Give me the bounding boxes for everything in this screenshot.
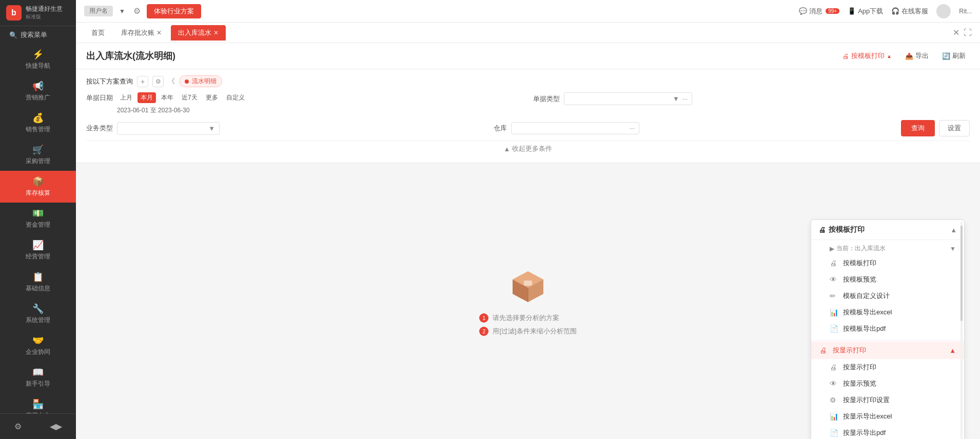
sidebar-item-inventory[interactable]: 📦 库存核算 [0, 171, 76, 203]
guide-icon: 📖 [32, 367, 44, 378]
date-btn-7days[interactable]: 近7天 [179, 92, 201, 103]
sidebar-item-quick-nav[interactable]: ⚡ 快捷导航 [0, 44, 76, 75]
dropdown-item-template-design[interactable]: ✏ 模板自定义设计 [811, 288, 964, 304]
message-btn[interactable]: 💬 消息 99+ [799, 7, 839, 16]
sidebar-search-menu[interactable]: 🔍 搜索菜单 [0, 26, 76, 44]
sidebar-item-enterprise[interactable]: 🤝 企业协同 [0, 330, 76, 362]
date-btn-current-month[interactable]: 本月 [138, 92, 156, 103]
dropdown-item-display-print[interactable]: 🖨 按显示打印 [811, 359, 964, 375]
marketing-icon: 📢 [32, 81, 44, 92]
date-btn-last-month[interactable]: 上月 [117, 92, 135, 103]
sidebar-item-purchase[interactable]: 🛒 采购管理 [0, 139, 76, 171]
dropdown-chevron-up-icon[interactable]: ▲ [950, 226, 957, 234]
date-btn-custom[interactable]: 自定义 [223, 92, 248, 103]
doc-type-select[interactable]: ▼ ··· [564, 92, 692, 105]
query-btn[interactable]: 查询 [901, 120, 935, 136]
dropdown-item-template-preview[interactable]: 👁 按模板预览 [811, 271, 964, 288]
dropdown-item-template-pdf[interactable]: 📄 按模板导出pdf [811, 321, 964, 337]
content-area: 1 请先选择要分析的方案 2 用[过滤]条件来缩小分析范围 🖨 按模板打印 [76, 163, 980, 439]
tab-maximize-icon[interactable]: ⛶ [964, 28, 972, 37]
print-chevron-up-icon: ▲ [887, 53, 892, 59]
dropdown-item-display-excel[interactable]: 📊 按显示导出excel [811, 408, 964, 425]
sidebar-item-finance[interactable]: 💵 资金管理 [0, 203, 76, 234]
collapse-sidebar-icon[interactable]: ◀▶ [47, 419, 65, 434]
dropdown-item-display-settings[interactable]: ⚙ 按显示打印设置 [811, 392, 964, 408]
filter-settings-btn[interactable]: 设置 [939, 120, 970, 136]
user-avatar[interactable] [936, 4, 951, 18]
dropdown-item-template-excel[interactable]: 📊 按模板导出excel [811, 304, 964, 321]
header-dropdown-arrow[interactable]: ▼ [119, 8, 125, 15]
date-quick-btns: 上月 本月 本年 近7天 更多 自定义 [117, 92, 248, 103]
dropdown-item-display-pdf[interactable]: 📄 按显示导出pdf [811, 425, 964, 439]
step-1-num: 1 [479, 313, 488, 323]
export-btn[interactable]: 📤 导出 [901, 49, 933, 63]
filter-group-warehouse: 仓库 ··· [494, 122, 891, 134]
message-icon: 💬 [799, 7, 807, 15]
filter-group-biz-type: 业务类型 ▼ [86, 122, 483, 135]
sidebar-item-system[interactable]: 🔧 系统管理 [0, 298, 76, 330]
empty-steps: 1 请先选择要分析的方案 2 用[过滤]条件来缩小分析范围 [479, 313, 576, 336]
empty-state: 1 请先选择要分析的方案 2 用[过滤]条件来缩小分析范围 [479, 266, 576, 336]
warehouse-select[interactable]: ··· [511, 122, 639, 134]
tab-flow-water[interactable]: 出入库流水 ✕ [171, 25, 226, 41]
empty-step-1: 1 请先选择要分析的方案 [479, 313, 576, 323]
filter-area: 按以下方案查询 + ⚙ 《 流水明细 单据日期 上月 本月 本年 近7天 [76, 69, 980, 163]
dropdown-item-display-preview[interactable]: 👁 按显示预览 [811, 375, 964, 392]
page-actions: 🖨 按模板打印 ▲ 📤 导出 🔄 刷新 [838, 49, 970, 63]
display-pdf-icon: 📄 [830, 429, 838, 437]
app-download-btn[interactable]: 📱 App下载 [848, 7, 883, 16]
filter-settings-icon[interactable]: ⚙ [152, 76, 164, 87]
logo-text: 畅捷通好生意 标准版 [26, 5, 63, 21]
warehouse-more-icon[interactable]: ··· [630, 125, 635, 132]
refresh-btn[interactable]: 🔄 刷新 [938, 49, 970, 63]
dropdown-current-label: ▶ 当前：出入库流水 ▼ [811, 242, 964, 255]
sidebar-item-guide[interactable]: 📖 新手引导 [0, 362, 76, 393]
date-range-display: 2023-06-01 至 2023-06-30 [117, 106, 970, 115]
sidebar-logo: b 畅捷通好生意 标准版 [0, 0, 76, 26]
tab-batch-account[interactable]: 库存批次账 ✕ [114, 25, 169, 41]
sidebar-item-app-center[interactable]: 🏪 应用中心 [0, 393, 76, 413]
doc-type-more-icon[interactable]: ··· [682, 95, 688, 103]
service-btn[interactable]: 🎧 在线客服 [891, 7, 928, 16]
date-btn-year[interactable]: 本年 [158, 92, 177, 103]
date-btn-more[interactable]: 更多 [203, 92, 221, 103]
sidebar-item-basic-info[interactable]: 📋 基础信息 [0, 266, 76, 298]
doc-type-chevron-icon: ▼ [673, 95, 679, 103]
filter-collapse-icon[interactable]: 《 [168, 77, 175, 86]
dropdown-item-template-print[interactable]: 🖨 按模板打印 [811, 255, 964, 271]
inventory-icon: 📦 [32, 176, 44, 187]
dropdown-scrollbar[interactable] [961, 222, 963, 439]
sidebar-item-operations[interactable]: 📈 经营管理 [0, 234, 76, 266]
page: 出入库流水(流水明细) 🖨 按模板打印 ▲ 📤 导出 🔄 刷新 [76, 43, 980, 439]
template-print-icon: 🖨 [830, 259, 838, 267]
tab-flow-close-icon[interactable]: ✕ [213, 29, 219, 36]
biz-type-select[interactable]: ▼ [117, 122, 220, 135]
print-template-btn[interactable]: 🖨 按模板打印 ▲ [838, 49, 896, 63]
app-header: 用户名 ▼ ⚙ 体验行业方案 💬 消息 99+ 📱 App下载 🎧 在线客服 R… [76, 0, 980, 23]
sidebar-item-sales[interactable]: 💰 销售管理 [0, 107, 76, 139]
dropdown-section-display-header[interactable]: 🖨 按显示打印 ▲ [811, 342, 964, 359]
filter-tag-flow-detail[interactable]: 流水明细 [179, 75, 222, 87]
sidebar-item-marketing[interactable]: 📢 营销推广 [0, 75, 76, 107]
collapse-up-icon: ▲ [504, 145, 511, 153]
template-pdf-icon: 📄 [830, 325, 838, 333]
empty-icon [507, 266, 548, 307]
basic-info-icon: 📋 [32, 271, 44, 283]
filter-row-1: 单据日期 上月 本月 本年 近7天 更多 自定义 单据类型 ▼ [86, 92, 970, 105]
settings-bottom-icon[interactable]: ⚙ [12, 419, 24, 434]
collapse-more-btn[interactable]: ▲ 收起更多条件 [86, 141, 970, 156]
display-print-icon: 🖨 [830, 363, 838, 371]
enterprise-icon: 🤝 [32, 335, 44, 346]
header-gear-icon[interactable]: ⚙ [133, 6, 141, 16]
trial-btn[interactable]: 体验行业方案 [147, 4, 201, 18]
doc-type-label: 单据类型 [533, 94, 560, 104]
filter-add-btn[interactable]: + [137, 76, 148, 87]
filter-action-btns: 查询 设置 [901, 120, 970, 136]
tab-home[interactable]: 首页 [84, 25, 112, 41]
tab-close-all-icon[interactable]: ✕ [953, 28, 959, 37]
tab-batch-close-icon[interactable]: ✕ [156, 29, 162, 36]
dropdown-template-section: ▶ 当前：出入库流水 ▼ 🖨 按模板打印 👁 按模板预览 ✏ 模板自定义 [811, 240, 964, 339]
display-excel-icon: 📊 [830, 412, 838, 421]
biz-type-label: 业务类型 [86, 124, 113, 133]
filter-group-doc-type: 单据类型 ▼ ··· [533, 92, 970, 105]
